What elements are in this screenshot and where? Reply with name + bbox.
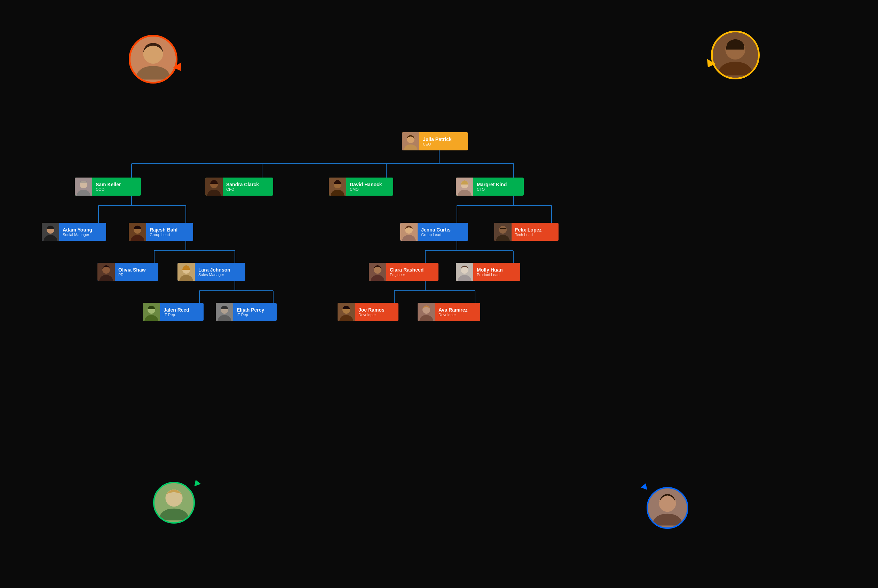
rajesh-title: Group Lead	[150, 232, 177, 237]
node-olivia[interactable]: Olivia Shaw PR	[97, 263, 158, 281]
node-cto[interactable]: Margret Kind CTO	[456, 177, 524, 196]
adam-photo	[42, 223, 59, 241]
molly-label: Molly Huan Product Lead	[473, 266, 506, 278]
adam-title: Social Manager	[63, 232, 92, 237]
coo-photo	[75, 177, 92, 196]
float-avatar-bottom-left	[153, 482, 195, 524]
cmo-name: David Hanock	[350, 182, 382, 187]
svg-point-56	[499, 226, 507, 234]
joe-title: Developer	[358, 313, 385, 317]
joe-photo	[337, 303, 355, 321]
elijah-title: IT Rep.	[237, 313, 264, 317]
molly-name: Molly Huan	[477, 267, 503, 273]
jalen-title: IT Rep.	[163, 313, 189, 317]
rajesh-photo	[129, 223, 146, 241]
adam-name: Adam Young	[63, 227, 92, 232]
felix-label: Felix Lopez Tech Lead	[512, 226, 545, 238]
joe-name: Joe Ramos	[358, 307, 385, 313]
node-clara[interactable]: Clara Rasheed Engineer	[369, 263, 439, 281]
ceo-label: Julia Patrick CEO	[420, 135, 455, 148]
molly-title: Product Lead	[477, 273, 503, 277]
node-adam[interactable]: Adam Young Social Manager	[42, 223, 106, 241]
ceo-photo	[402, 132, 420, 150]
person-icon-bottom-left	[154, 482, 193, 524]
clara-name: Clara Rasheed	[390, 267, 424, 273]
node-coo[interactable]: Sam Keller COO	[75, 177, 141, 196]
svg-rect-42	[80, 181, 87, 183]
coo-name: Sam Keller	[96, 182, 121, 187]
node-felix[interactable]: Felix Lopez Tech Lead	[494, 223, 559, 241]
clara-photo	[369, 263, 386, 281]
lara-title: Sales Manager	[198, 273, 231, 277]
node-molly[interactable]: Molly Huan Product Lead	[456, 263, 520, 281]
cmo-label: David Hanock CMO	[346, 180, 386, 193]
cfo-name: Sandra Clarck	[226, 182, 259, 187]
joe-label: Joe Ramos Developer	[355, 306, 388, 318]
cto-name: Margret Kind	[477, 182, 507, 187]
jenna-name: Jenna Curtis	[421, 227, 451, 232]
node-jenna[interactable]: Jenna Curtis Group Lead	[400, 223, 468, 241]
org-chart: .conn { stroke: #1a6ebd; stroke-width: 2…	[0, 0, 878, 588]
coo-label: Sam Keller COO	[92, 180, 124, 193]
olivia-name: Olivia Shaw	[118, 267, 146, 273]
svg-rect-57	[500, 228, 506, 229]
adam-label: Adam Young Social Manager	[59, 226, 96, 238]
jenna-title: Group Lead	[421, 232, 451, 237]
cmo-title: CMO	[350, 187, 382, 192]
rajesh-name: Rajesh Bahl	[150, 227, 177, 232]
jenna-photo	[400, 223, 418, 241]
cfo-title: CFO	[226, 187, 259, 192]
ava-photo	[418, 303, 435, 321]
clara-title: Engineer	[390, 273, 424, 277]
person-icon-top-right	[713, 31, 758, 80]
node-ava[interactable]: Ava Ramirez Developer	[418, 303, 480, 321]
ceo-title: CEO	[423, 142, 452, 146]
node-cfo[interactable]: Sandra Clarck CFO	[205, 177, 273, 196]
cto-label: Margret Kind CTO	[473, 180, 510, 193]
float-avatar-top-left	[129, 35, 177, 84]
felix-title: Tech Lead	[515, 232, 541, 237]
float-avatar-top-right	[711, 31, 760, 80]
ava-label: Ava Ramirez Developer	[435, 306, 471, 318]
lara-photo	[177, 263, 195, 281]
lara-name: Lara Johnson	[198, 267, 231, 273]
node-ceo[interactable]: Julia Patrick CEO	[402, 132, 468, 150]
elijah-label: Elijah Percy IT Rep.	[233, 306, 268, 318]
elijah-photo	[216, 303, 233, 321]
cfo-photo	[205, 177, 223, 196]
olivia-title: PR	[118, 273, 146, 277]
person-icon-bottom-right	[648, 487, 687, 529]
elijah-name: Elijah Percy	[237, 307, 264, 313]
connector-lines: .conn { stroke: #1a6ebd; stroke-width: 2…	[0, 0, 878, 588]
cmo-photo	[329, 177, 346, 196]
jalen-name: Jalen Reed	[163, 307, 189, 313]
cto-title: CTO	[477, 187, 507, 192]
node-jalen[interactable]: Jalen Reed IT Rep.	[143, 303, 204, 321]
felix-name: Felix Lopez	[515, 227, 541, 232]
arrow-bottom-right	[641, 482, 649, 490]
lara-label: Lara Johnson Sales Manager	[195, 266, 234, 278]
node-rajesh[interactable]: Rajesh Bahl Group Lead	[129, 223, 193, 241]
node-joe[interactable]: Joe Ramos Developer	[337, 303, 399, 321]
olivia-label: Olivia Shaw PR	[115, 266, 149, 278]
node-lara[interactable]: Lara Johnson Sales Manager	[177, 263, 245, 281]
ava-name: Ava Ramirez	[439, 307, 468, 313]
cfo-label: Sandra Clarck CFO	[223, 180, 262, 193]
olivia-photo	[97, 263, 115, 281]
node-elijah[interactable]: Elijah Percy IT Rep.	[216, 303, 277, 321]
ceo-name: Julia Patrick	[423, 136, 452, 142]
coo-title: COO	[96, 187, 121, 192]
arrow-bottom-left	[192, 478, 201, 486]
jalen-photo	[143, 303, 160, 321]
jenna-label: Jenna Curtis Group Lead	[418, 226, 454, 238]
cto-photo	[456, 177, 473, 196]
node-cmo[interactable]: David Hanock CMO	[329, 177, 393, 196]
jalen-label: Jalen Reed IT Rep.	[160, 306, 193, 318]
rajesh-label: Rajesh Bahl Group Lead	[146, 226, 181, 238]
molly-photo	[456, 263, 473, 281]
felix-photo	[494, 223, 512, 241]
clara-label: Clara Rasheed Engineer	[386, 266, 427, 278]
person-icon-top-left	[130, 35, 176, 84]
ava-title: Developer	[439, 313, 468, 317]
float-avatar-bottom-right	[647, 487, 688, 529]
